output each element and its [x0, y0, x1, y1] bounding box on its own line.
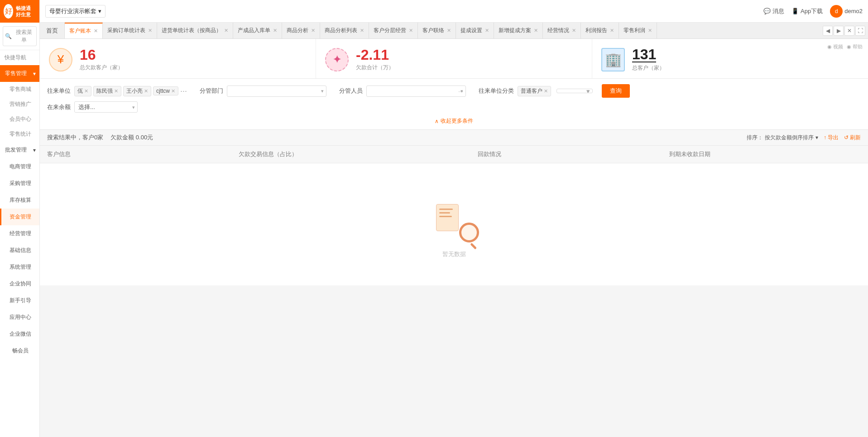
tab-retail-profit[interactable]: 零售利润 ✕ [619, 23, 657, 39]
tab-purchase-stat-close[interactable]: ✕ [224, 28, 228, 33]
result-info-right: 排序： 按欠款金额倒序排序 ▾ ↑ 导出 ↺ 刷新 [747, 134, 861, 142]
dept-select[interactable] [227, 86, 326, 97]
user-menu[interactable]: d demo2 [830, 5, 863, 18]
sidebar-item-marketing[interactable]: 营销推广 [0, 97, 39, 112]
stat-help-link[interactable]: ◉ 帮助 [847, 43, 863, 50]
filter-tag-0[interactable]: 佤 ✕ [74, 86, 91, 96]
sidebar-item-appstore[interactable]: 应用中心 [0, 309, 39, 326]
empty-magnifier [459, 223, 479, 242]
filter-tag-2-label: 王小亮 [126, 87, 143, 95]
stat-info-total: 131 总客户（家） [632, 47, 665, 72]
tab-product-analysis-close[interactable]: ✕ [311, 28, 315, 33]
balance-label: 在来余额 [47, 103, 71, 111]
tab-product-instock-close[interactable]: ✕ [273, 28, 277, 33]
tab-customer-contact[interactable]: 客户联络 ✕ [418, 23, 456, 39]
sidebar-item-member2[interactable]: 畅会员 [0, 342, 39, 359]
filter-area: 往来单位 佤 ✕ 陈民强 ✕ 王小亮 ✕ [40, 79, 868, 130]
tab-retail-profit-close[interactable]: ✕ [648, 28, 652, 33]
filter-tag-2[interactable]: 王小亮 ✕ [123, 86, 151, 96]
tab-retail-profit-label: 零售利润 [623, 27, 645, 34]
table-empty: 暂无数据 [40, 163, 868, 285]
tab-next-btn[interactable]: ▶ [834, 26, 844, 36]
dept-select-wrap [227, 86, 326, 97]
export-btn[interactable]: ↑ 导出 [824, 134, 839, 142]
sidebar-item-member[interactable]: 会员中心 [0, 112, 39, 127]
tab-customer-account[interactable]: 客户账本 ✕ [65, 23, 103, 39]
stat-info-amount: -2.11 欠款合计（万） [356, 48, 394, 71]
query-button[interactable]: 查询 [602, 84, 630, 98]
sidebar-item-retail[interactable]: 零售管理 ▾ [0, 65, 39, 82]
collapse-button[interactable]: ∧ 收起更多条件 [431, 116, 477, 126]
tab-raise-settings-close[interactable]: ✕ [485, 28, 489, 33]
message-btn[interactable]: 💬 消息 [763, 7, 784, 15]
tab-customer-account-close[interactable]: ✕ [94, 28, 98, 34]
stat-video-link[interactable]: ◉ 视频 [827, 43, 843, 50]
industry-selector[interactable]: 母婴行业演示帐套 ▾ [45, 5, 106, 18]
result-info: 搜索结果中，客户0家 欠款金额 0.00元 排序： 按欠款金额倒序排序 ▾ ↑ … [40, 130, 868, 146]
sidebar-item-ecommerce[interactable]: 电商管理 [0, 158, 39, 175]
person-select[interactable] [366, 86, 466, 97]
filter-row-2: 在来余额 选择... [47, 101, 861, 113]
filter-unit-class-tag-close[interactable]: ✕ [544, 88, 548, 94]
sidebar-item-basic[interactable]: 基础信息 [0, 242, 39, 259]
tab-fullscreen-btn[interactable]: ⛶ [855, 26, 865, 36]
tab-profit-report-close[interactable]: ✕ [610, 28, 614, 33]
search-menu-button[interactable]: 🔍 搜索菜单 [3, 26, 37, 46]
sidebar-item-wecom[interactable]: 企业微信 [0, 326, 39, 342]
retail-arrow-icon: ▾ [33, 71, 36, 77]
tab-new-raise-close[interactable]: ✕ [534, 28, 538, 33]
sidebar-item-operation[interactable]: 经营管理 [0, 225, 39, 242]
tab-close-all-btn[interactable]: ✕ [844, 26, 854, 36]
tab-product-instock[interactable]: 产成品入库单 ✕ [233, 23, 282, 39]
sort-selector[interactable]: 排序： 按欠款金额倒序排序 ▾ [747, 134, 818, 142]
app-download-btn[interactable]: 📱 App下载 [791, 7, 823, 15]
tab-prev-btn[interactable]: ◀ [823, 26, 833, 36]
tab-purchase-order-close[interactable]: ✕ [148, 28, 152, 33]
sidebar-item-purchase[interactable]: 采购管理 [0, 175, 39, 192]
tab-business-close[interactable]: ✕ [572, 28, 576, 33]
filter-unit-class-tag[interactable]: 普通客户 ✕ [518, 86, 551, 96]
sidebar-item-finance[interactable]: 资金管理 [0, 209, 39, 225]
tab-new-raise[interactable]: 新增提成方案 ✕ [494, 23, 543, 39]
balance-select[interactable]: 选择... [74, 101, 138, 113]
refresh-label: 刷新 [850, 134, 861, 142]
filter-tag-0-close[interactable]: ✕ [84, 88, 88, 94]
tab-product-analysis-list-close[interactable]: ✕ [360, 28, 364, 33]
sidebar-item-quicknav[interactable]: 快捷导航 [0, 50, 39, 65]
sidebar-item-system[interactable]: 系统管理 [0, 259, 39, 276]
filter-tag-3[interactable]: cjttcw ✕ [153, 86, 178, 95]
export-label: 导出 [828, 134, 839, 142]
sidebar-item-retail-stats[interactable]: 零售统计 [0, 127, 39, 142]
tab-purchase-order[interactable]: 采购订单统计表 ✕ [103, 23, 157, 39]
tab-product-analysis[interactable]: 商品分析 ✕ [282, 23, 320, 39]
tab-product-analysis-list[interactable]: 商品分析列表 ✕ [320, 23, 369, 39]
tab-customer-tier-close[interactable]: ✕ [409, 28, 413, 33]
data-table: 客户信息 欠款交易信息（占比） 回款情况 到期未收款日期 [40, 146, 868, 285]
filter-unit-class-tag-label: 普通客户 [521, 87, 542, 95]
tab-raise-settings[interactable]: 提成设置 ✕ [456, 23, 494, 39]
tab-customer-contact-close[interactable]: ✕ [447, 28, 451, 33]
dept-label: 分管部门 [200, 87, 223, 95]
table-header-col-3: 回款情况 [478, 150, 669, 158]
filter-tag-1-close[interactable]: ✕ [114, 88, 118, 94]
sidebar-item-retail-mall[interactable]: 零售商城 [0, 82, 39, 97]
tab-profit-report[interactable]: 利润报告 ✕ [581, 23, 619, 39]
tab-customer-tier[interactable]: 客户分层经营 ✕ [369, 23, 418, 39]
empty-illustration [429, 200, 479, 245]
filter-more-btn[interactable]: ··· [180, 87, 187, 95]
filter-tag-3-close[interactable]: ✕ [171, 88, 175, 94]
stat-value-customers: 16 [80, 48, 123, 62]
filter-tag-3-label: cjttcw [156, 88, 170, 94]
sidebar-item-pifa[interactable]: 批发管理 ▾ [0, 142, 39, 158]
logo-text: 畅捷通好生意 [16, 5, 36, 18]
tab-business[interactable]: 经营情况 ✕ [543, 23, 581, 39]
sidebar-item-inventory[interactable]: 库存核算 [0, 192, 39, 209]
sidebar-item-enterprise[interactable]: 企业协同 [0, 276, 39, 292]
tab-home[interactable]: 首页 [40, 23, 65, 39]
sidebar-item-newbie[interactable]: 新手引导 [0, 292, 39, 309]
filter-tag-2-close[interactable]: ✕ [144, 88, 148, 94]
tab-purchase-stat[interactable]: 进货单统计表（按商品） ✕ [157, 23, 233, 39]
sidebar-search[interactable]: 🔍 搜索菜单 [0, 23, 39, 50]
filter-tag-1[interactable]: 陈民强 ✕ [93, 86, 121, 96]
refresh-btn[interactable]: ↺ 刷新 [844, 134, 861, 142]
